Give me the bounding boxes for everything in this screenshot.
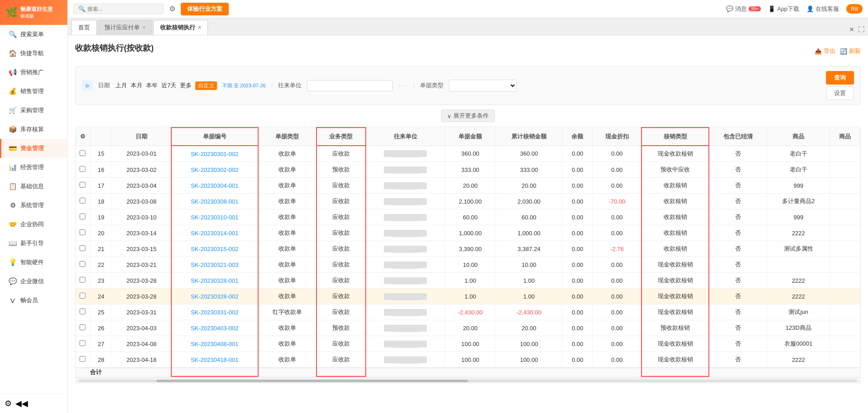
table-row[interactable]: 16 2023-03-02 SK-20230302-002 收款单 预收款 ██…: [75, 162, 860, 178]
refresh-btn[interactable]: 🔄 刷新: [840, 47, 861, 55]
cell-settings[interactable]: [75, 178, 90, 194]
sidebar-item-guide[interactable]: 📖新手引导: [0, 234, 67, 253]
cell-settings[interactable]: [75, 257, 90, 273]
query-btn[interactable]: 查询: [826, 71, 854, 85]
sidebar-item-member[interactable]: V畅会员: [0, 291, 67, 310]
row-checkbox[interactable]: [80, 150, 85, 156]
sidebar-item-search[interactable]: 🔍搜索菜单: [0, 25, 67, 44]
table-row[interactable]: 23 2023-03-28 SK-20230328-001 收款单 应收款 ██…: [75, 273, 860, 289]
table-row[interactable]: 25 2023-03-31 SK-20230331-002 红字收款单 应收款 …: [75, 304, 860, 320]
tab-prepay-close[interactable]: ×: [142, 24, 146, 31]
sidebar-item-system[interactable]: ⚙系统管理: [0, 196, 67, 215]
bill-no-link[interactable]: SK-20230328-001: [191, 277, 239, 284]
row-checkbox[interactable]: [80, 214, 85, 219]
cell-settings[interactable]: [75, 320, 90, 336]
bill-no-link[interactable]: SK-20230408-001: [191, 341, 239, 347]
cell-settings[interactable]: [75, 336, 90, 352]
expand-more-btn[interactable]: ∨ 展开更多条件: [441, 109, 495, 122]
row-checkbox[interactable]: [80, 198, 85, 204]
search-input[interactable]: [87, 6, 155, 12]
bill-no-link[interactable]: SK-20230403-002: [191, 325, 239, 332]
sidebar-item-enterprise[interactable]: 🤝企业协同: [0, 215, 67, 234]
app-download-item[interactable]: 📱 App下载: [768, 5, 799, 13]
table-row[interactable]: 24 2023-03-28 SK-20230328-002 收款单 应收款 ██…: [75, 289, 860, 304]
tab-expand-icon[interactable]: ⛶: [858, 26, 864, 33]
filter-toggle-btn[interactable]: »: [82, 80, 93, 91]
tab-collection[interactable]: 收款核销执行 ×: [153, 20, 208, 35]
row-checkbox[interactable]: [80, 229, 85, 235]
date-prev-month[interactable]: 上月: [115, 81, 127, 90]
row-checkbox[interactable]: [80, 261, 85, 267]
table-row[interactable]: 27 2023-04-08 SK-20230408-001 收款单 应收款 ██…: [75, 336, 860, 352]
bill-no-link[interactable]: SK-20230314-001: [191, 230, 239, 237]
row-checkbox[interactable]: [80, 182, 85, 188]
industry-btn[interactable]: 体验行业方案: [181, 3, 229, 15]
sidebar-item-marketing[interactable]: 📢营销推广: [0, 63, 67, 82]
bill-no-link[interactable]: SK-20230308-001: [191, 198, 239, 205]
bill-no-link[interactable]: SK-20230310-001: [191, 214, 239, 221]
sidebar-item-inventory[interactable]: 📦库存核算: [0, 120, 67, 139]
user-avatar[interactable]: Rit: [846, 4, 863, 14]
table-row[interactable]: 19 2023-03-10 SK-20230310-001 收款单 应收款 ██…: [75, 209, 860, 225]
date-custom-btn[interactable]: 自定义: [195, 81, 217, 90]
setting-btn[interactable]: 设置: [826, 86, 854, 100]
bill-no-link[interactable]: SK-20230331-002: [191, 309, 239, 316]
cell-settings[interactable]: [75, 146, 90, 162]
table-row[interactable]: 17 2023-03-04 SK-20230304-001 收款单 应收款 ██…: [75, 178, 860, 194]
date-7days[interactable]: 近7天: [161, 81, 176, 90]
counterpart-input[interactable]: [307, 80, 393, 91]
scrollbar-track[interactable]: [79, 380, 857, 382]
row-checkbox[interactable]: [80, 277, 85, 283]
row-checkbox[interactable]: [80, 245, 85, 251]
tab-prepay[interactable]: 预计应应付单 ×: [98, 20, 152, 35]
sidebar-item-wechat[interactable]: 💬企业微信: [0, 272, 67, 291]
bill-no-link[interactable]: SK-20230418-001: [191, 356, 239, 363]
date-cur-year[interactable]: 本年: [146, 81, 158, 90]
sidebar-item-operations[interactable]: 📊经营管理: [0, 158, 67, 177]
cell-settings[interactable]: [75, 289, 90, 304]
th-settings[interactable]: ⚙: [75, 128, 90, 146]
date-more[interactable]: 更多: [180, 81, 192, 90]
tab-home[interactable]: 首页: [71, 20, 97, 35]
table-row[interactable]: 20 2023-03-14 SK-20230314-001 收款单 应收款 ██…: [75, 225, 860, 241]
table-row[interactable]: 15 2023-03-01 SK-20230301-002 收款单 应收款 ██…: [75, 146, 860, 162]
scrollbar-thumb[interactable]: [156, 380, 468, 382]
table-row[interactable]: 18 2023-03-08 SK-20230308-001 收款单 应收款 ██…: [75, 194, 860, 209]
topbar-search[interactable]: 🔍: [73, 4, 164, 14]
gear-icon[interactable]: ⚙: [169, 5, 175, 13]
cell-settings[interactable]: [75, 352, 90, 368]
row-checkbox[interactable]: [80, 309, 85, 314]
sidebar-item-sales[interactable]: 💰销售管理: [0, 82, 67, 101]
cell-settings[interactable]: [75, 194, 90, 209]
cell-settings[interactable]: [75, 162, 90, 178]
sidebar-item-finance[interactable]: 💳资金管理: [0, 139, 67, 158]
tab-collection-close[interactable]: ×: [198, 24, 201, 31]
cell-settings[interactable]: [75, 273, 90, 289]
sidebar-item-purchase[interactable]: 🛒采购管理: [0, 101, 67, 120]
sidebar-item-hardware[interactable]: 💡智能硬件: [0, 253, 67, 272]
row-checkbox[interactable]: [80, 340, 85, 346]
row-checkbox[interactable]: [80, 166, 85, 172]
scrollbar-area[interactable]: [75, 377, 861, 384]
export-btn[interactable]: 📤 导出: [815, 47, 835, 55]
sidebar-item-basic[interactable]: 📋基础信息: [0, 177, 67, 196]
cell-settings[interactable]: [75, 304, 90, 320]
bill-no-link[interactable]: SK-20230301-002: [191, 151, 239, 157]
row-checkbox[interactable]: [80, 293, 85, 299]
online-service-item[interactable]: 👤 在线客服: [807, 5, 839, 13]
row-checkbox[interactable]: [80, 356, 85, 362]
settings-icon[interactable]: ⚙: [5, 399, 12, 408]
bill-no-link[interactable]: SK-20230328-002: [191, 293, 239, 300]
bill-no-link[interactable]: SK-20230302-002: [191, 166, 239, 173]
bill-no-link[interactable]: SK-20230321-003: [191, 261, 239, 268]
row-checkbox[interactable]: [80, 324, 85, 330]
table-row[interactable]: 21 2023-03-15 SK-20230315-002 收款单 应收款 ██…: [75, 241, 860, 257]
table-row[interactable]: 28 2023-04-18 SK-20230418-001 收款单 应收款 ██…: [75, 352, 860, 368]
cell-settings[interactable]: [75, 241, 90, 257]
bill-no-link[interactable]: SK-20230304-001: [191, 182, 239, 189]
sidebar-item-quicknav[interactable]: 🏠快捷导航: [0, 44, 67, 63]
date-cur-month[interactable]: 本月: [131, 81, 142, 90]
table-row[interactable]: 22 2023-03-21 SK-20230321-003 收款单 应收款 ██…: [75, 257, 860, 273]
table-row[interactable]: 26 2023-04-03 SK-20230403-002 收款单 预收款 ██…: [75, 320, 860, 336]
tab-close-all-icon[interactable]: ✕: [849, 26, 854, 33]
